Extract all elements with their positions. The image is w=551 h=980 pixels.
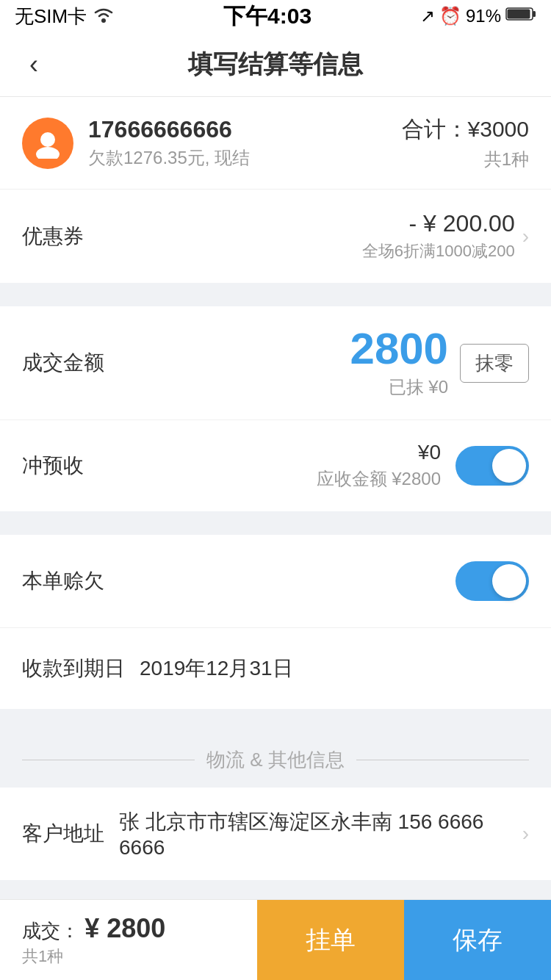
due-date-label: 收款到期日 xyxy=(22,655,125,682)
save-button[interactable]: 保存 xyxy=(404,900,551,981)
status-right: ↗ ⏰ 91% xyxy=(420,6,536,26)
prepay-amount: ¥0 xyxy=(317,441,441,464)
customer-card: 17666666666 欠款1276.35元, 现结 合计：¥3000 共1种 … xyxy=(0,97,551,283)
content: 17666666666 欠款1276.35元, 现结 合计：¥3000 共1种 … xyxy=(0,97,551,980)
section-header-text: 物流 & 其他信息 xyxy=(206,747,345,773)
deal-amount-card: 成交金额 2800 已抹 ¥0 抹零 冲预收 ¥0 应收金额 ¥2800 xyxy=(0,306,551,511)
clock-icon: ⏰ xyxy=(439,6,461,26)
prepay-toggle[interactable] xyxy=(455,446,529,486)
own-debt-toggle-knob xyxy=(492,564,526,598)
svg-rect-2 xyxy=(533,11,536,17)
logistics-section-header: 物流 & 其他信息 xyxy=(0,732,551,788)
total-count: 共1种 xyxy=(402,148,529,171)
bottom-deal-amount: ¥ 2800 xyxy=(84,913,165,943)
coupon-detail: 全场6折满1000减200 xyxy=(362,240,515,262)
svg-rect-3 xyxy=(507,10,530,19)
separator-2 xyxy=(0,523,551,535)
separator-3 xyxy=(0,721,551,732)
address-right: 张 北京市市辖区海淀区永丰南 156 6666 6666 › xyxy=(119,808,529,860)
total-amount: 合计：¥3000 xyxy=(402,115,529,145)
address-row[interactable]: 客户地址 张 北京市市辖区海淀区永丰南 156 6666 6666 › xyxy=(0,788,551,880)
address-label: 客户地址 xyxy=(22,820,104,848)
bottom-bar: 成交： ¥ 2800 共1种 挂单 保存 xyxy=(0,899,551,980)
svg-point-4 xyxy=(40,132,55,147)
coupon-right: - ¥ 200.00 全场6折满1000减200 › xyxy=(362,210,529,262)
svg-point-0 xyxy=(101,18,106,23)
round-down-button[interactable]: 抹零 xyxy=(460,344,529,383)
prepay-right: ¥0 应收金额 ¥2800 xyxy=(317,441,529,491)
customer-phone: 17666666666 xyxy=(88,116,402,143)
address-card[interactable]: 客户地址 张 北京市市辖区海淀区永丰南 156 6666 6666 › xyxy=(0,788,551,880)
deal-amount-label: 成交金额 xyxy=(22,349,104,377)
avatar xyxy=(22,118,73,169)
customer-debt: 欠款1276.35元, 现结 xyxy=(88,146,402,170)
customer-info: 17666666666 欠款1276.35元, 现结 xyxy=(88,116,402,170)
prepay-col: ¥0 应收金额 ¥2800 xyxy=(317,441,441,491)
separator-1 xyxy=(0,295,551,306)
customer-row: 17666666666 欠款1276.35元, 现结 合计：¥3000 共1种 xyxy=(0,97,551,189)
deal-amount-value: 2800 xyxy=(350,327,448,371)
bottom-deal-label: 成交： ¥ 2800 xyxy=(22,913,235,944)
hang-button[interactable]: 挂单 xyxy=(257,900,404,981)
deal-amount-right: 2800 已抹 ¥0 抹零 xyxy=(350,327,529,399)
own-debt-row: 本单赊欠 xyxy=(0,535,551,627)
toggle-knob xyxy=(492,449,526,483)
address-value: 张 北京市市辖区海淀区永丰南 156 6666 6666 xyxy=(119,808,518,860)
deal-zeroed: 已抹 ¥0 xyxy=(389,375,448,399)
sim-status: 无SIM卡 xyxy=(15,4,87,29)
header-line-left xyxy=(22,760,195,760)
status-time: 下午4:03 xyxy=(223,1,311,32)
prepay-label: 冲预收 xyxy=(22,452,84,480)
svg-point-5 xyxy=(36,147,60,159)
prepay-receivable: 应收金额 ¥2800 xyxy=(317,467,441,491)
customer-total: 合计：¥3000 共1种 xyxy=(402,115,529,171)
own-debt-label: 本单赊欠 xyxy=(22,567,104,595)
own-debt-toggle[interactable] xyxy=(455,561,529,601)
page-title: 填写结算等信息 xyxy=(188,48,363,82)
battery-icon xyxy=(505,6,536,26)
address-chevron-icon: › xyxy=(522,822,529,846)
due-date-value: 2019年12月31日 xyxy=(140,655,293,682)
due-date-row: 收款到期日 2019年12月31日 xyxy=(0,627,551,709)
bottom-count: 共1种 xyxy=(22,945,235,968)
status-left: 无SIM卡 xyxy=(15,4,115,29)
nav-bar: ‹ 填写结算等信息 xyxy=(0,32,551,97)
battery-level: 91% xyxy=(466,6,501,26)
deal-amount-row: 成交金额 2800 已抹 ¥0 抹零 xyxy=(0,306,551,419)
location-icon: ↗ xyxy=(420,6,435,26)
coupon-label: 优惠券 xyxy=(22,223,84,251)
wifi-icon xyxy=(93,5,115,28)
deal-amount-col: 2800 已抹 ¥0 xyxy=(350,327,448,399)
coupon-amount: - ¥ 200.00 xyxy=(362,210,515,237)
header-line-right xyxy=(356,760,529,760)
prepay-row: 冲预收 ¥0 应收金额 ¥2800 xyxy=(0,419,551,511)
coupon-chevron-icon: › xyxy=(522,225,529,248)
own-debt-card: 本单赊欠 收款到期日 2019年12月31日 xyxy=(0,535,551,709)
status-bar: 无SIM卡 下午4:03 ↗ ⏰ 91% xyxy=(0,0,551,32)
bottom-info: 成交： ¥ 2800 共1种 xyxy=(0,913,257,968)
back-button[interactable]: ‹ xyxy=(22,42,46,87)
coupon-row[interactable]: 优惠券 - ¥ 200.00 全场6折满1000减200 › xyxy=(0,189,551,283)
